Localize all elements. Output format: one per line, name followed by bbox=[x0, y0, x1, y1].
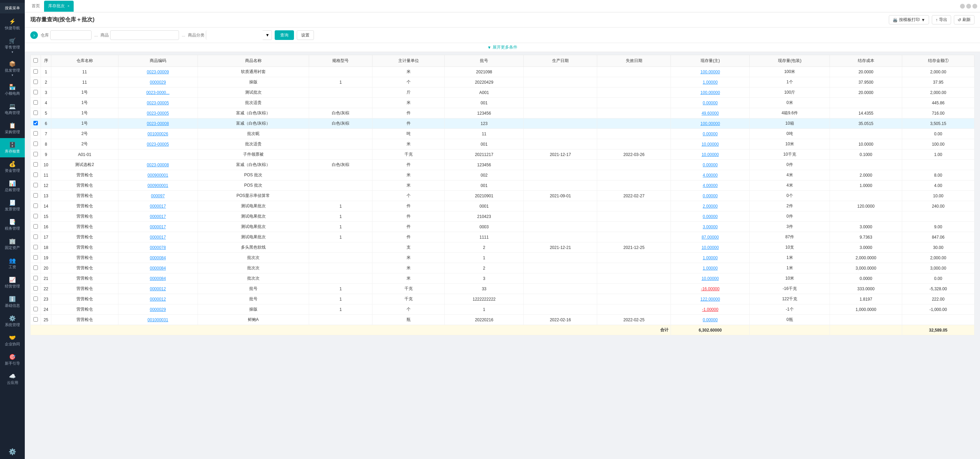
sidebar-item-guide[interactable]: 🎯 新手引导 bbox=[0, 350, 25, 370]
row-code[interactable]: 0000017 bbox=[118, 232, 197, 242]
row-select-checkbox[interactable] bbox=[33, 90, 38, 94]
row-qty-main[interactable]: 10.00000 bbox=[671, 150, 750, 160]
product-input[interactable] bbox=[110, 30, 179, 40]
row-code[interactable]: 001000031 bbox=[118, 315, 197, 325]
row-checkbox[interactable] bbox=[31, 294, 41, 304]
row-checkbox[interactable] bbox=[31, 273, 41, 284]
category-dropdown-icon[interactable]: ▼ bbox=[263, 33, 272, 38]
row-qty-main[interactable]: 10.00000 bbox=[671, 139, 750, 150]
row-qty-main[interactable]: 0.00000 bbox=[671, 160, 750, 170]
row-select-checkbox[interactable] bbox=[33, 183, 38, 187]
row-qty-main[interactable]: 10.00000 bbox=[671, 273, 750, 284]
row-code[interactable]: 0000017 bbox=[118, 222, 197, 232]
row-qty-main[interactable]: 0.00000 bbox=[671, 191, 750, 201]
th-qty-main[interactable]: 现存量(主) bbox=[671, 55, 750, 67]
row-checkbox[interactable] bbox=[31, 88, 41, 98]
row-qty-main[interactable]: 0.00000 bbox=[671, 315, 750, 325]
settings-icon[interactable]: ⚙️ bbox=[0, 445, 25, 459]
row-select-checkbox[interactable] bbox=[33, 193, 38, 198]
row-select-checkbox[interactable] bbox=[33, 142, 38, 146]
sidebar-item-mini-shop[interactable]: 🏪 小额电商 bbox=[0, 80, 25, 99]
row-select-checkbox[interactable] bbox=[33, 255, 38, 260]
row-code[interactable]: 0000084 bbox=[118, 263, 197, 273]
row-checkbox[interactable] bbox=[31, 284, 41, 294]
row-checkbox[interactable] bbox=[31, 212, 41, 222]
row-checkbox[interactable] bbox=[31, 129, 41, 139]
tab-close-icon[interactable]: × bbox=[67, 4, 70, 8]
sidebar-item-asset[interactable]: 💰 资金管理 bbox=[0, 157, 25, 177]
sidebar-item-labor[interactable]: 👥 工资 bbox=[0, 254, 25, 273]
row-select-checkbox[interactable] bbox=[33, 266, 38, 270]
row-select-checkbox[interactable] bbox=[33, 204, 38, 208]
row-checkbox[interactable] bbox=[31, 315, 41, 325]
category-input[interactable] bbox=[206, 30, 263, 40]
sidebar-item-wholesale[interactable]: 📦 批发管理 ▼ bbox=[0, 57, 25, 80]
row-select-checkbox[interactable] bbox=[33, 307, 38, 311]
sidebar-item-basic[interactable]: ℹ️ 基础信息 bbox=[0, 292, 25, 312]
row-checkbox[interactable] bbox=[31, 108, 41, 118]
row-checkbox[interactable] bbox=[31, 77, 41, 88]
row-qty-main[interactable]: 87.00000 bbox=[671, 232, 750, 242]
row-qty-main[interactable]: 3.00000 bbox=[671, 222, 750, 232]
row-qty-main[interactable]: 122.00000 bbox=[671, 294, 750, 304]
row-qty-main[interactable]: 1.00000 bbox=[671, 263, 750, 273]
row-code[interactable]: 0023-00005 bbox=[118, 108, 197, 118]
row-code[interactable]: 0000084 bbox=[118, 273, 197, 284]
row-code[interactable]: 001000026 bbox=[118, 129, 197, 139]
row-code[interactable]: 0000017 bbox=[118, 212, 197, 222]
sidebar-search[interactable]: 搜索菜单 bbox=[0, 3, 25, 13]
th-name[interactable]: 商品名称 bbox=[197, 55, 309, 67]
row-code[interactable]: 0000084 bbox=[118, 253, 197, 263]
th-cost[interactable]: 结存成本 bbox=[830, 55, 902, 67]
row-checkbox[interactable] bbox=[31, 118, 41, 129]
th-spec[interactable]: 规格型号 bbox=[309, 55, 372, 67]
th-amount[interactable]: 结存金额① bbox=[902, 55, 975, 67]
row-code[interactable]: 0000012 bbox=[118, 294, 197, 304]
row-code[interactable]: 000900001 bbox=[118, 180, 197, 191]
th-code[interactable]: 商品编码 bbox=[118, 55, 197, 67]
sidebar-item-tax[interactable]: 📑 税务管理 bbox=[0, 215, 25, 234]
sidebar-item-sales[interactable]: 🛒 零售管理 ▼ bbox=[0, 34, 25, 57]
row-code[interactable]: 0000029 bbox=[118, 77, 197, 88]
row-checkbox[interactable] bbox=[31, 98, 41, 108]
row-select-checkbox[interactable] bbox=[33, 234, 38, 239]
sidebar-item-sys[interactable]: ⚙️ 系统管理 bbox=[0, 312, 25, 331]
row-qty-main[interactable]: 0.00000 bbox=[671, 98, 750, 108]
row-checkbox[interactable] bbox=[31, 242, 41, 253]
sidebar-item-general[interactable]: 📊 总账管理 bbox=[0, 177, 25, 196]
row-qty-main[interactable]: 1.00000 bbox=[671, 253, 750, 263]
th-checkbox[interactable] bbox=[31, 55, 41, 67]
close-window-icon[interactable] bbox=[972, 4, 977, 9]
sidebar-item-invoice[interactable]: 🧾 发票管理 bbox=[0, 196, 25, 215]
row-qty-main[interactable]: 1.00000 bbox=[671, 77, 750, 88]
row-select-checkbox[interactable] bbox=[33, 245, 38, 249]
row-qty-main[interactable]: 2.00000 bbox=[671, 201, 750, 212]
row-code[interactable] bbox=[118, 150, 197, 160]
row-select-checkbox[interactable] bbox=[33, 131, 38, 135]
export-button[interactable]: ↑ 导出 bbox=[932, 15, 951, 24]
th-prod-date[interactable]: 生产日期 bbox=[523, 55, 597, 67]
row-checkbox[interactable] bbox=[31, 67, 41, 77]
row-checkbox[interactable] bbox=[31, 263, 41, 273]
tab-home[interactable]: 首页 bbox=[27, 1, 44, 12]
row-qty-main[interactable]: 49.60000 bbox=[671, 108, 750, 118]
th-unit[interactable]: 主计量单位 bbox=[372, 55, 445, 67]
row-checkbox[interactable] bbox=[31, 160, 41, 170]
row-qty-main[interactable]: 100.00000 bbox=[671, 118, 750, 129]
row-checkbox[interactable] bbox=[31, 222, 41, 232]
row-qty-main[interactable]: 100.00000 bbox=[671, 67, 750, 77]
sidebar-item-quick-nav[interactable]: ⚡ 快捷导航 bbox=[0, 15, 25, 34]
select-all-checkbox[interactable] bbox=[33, 58, 38, 63]
print-button[interactable]: 🖨️ 按模板打印 ▼ bbox=[889, 15, 929, 24]
maximize-icon[interactable] bbox=[966, 4, 971, 9]
row-qty-main[interactable]: -1.00000 bbox=[671, 304, 750, 315]
row-select-checkbox[interactable] bbox=[33, 121, 38, 125]
row-code[interactable]: 0023-0000... bbox=[118, 88, 197, 98]
row-checkbox[interactable] bbox=[31, 170, 41, 180]
row-checkbox[interactable] bbox=[31, 304, 41, 315]
row-code[interactable]: 0000078 bbox=[118, 242, 197, 253]
row-select-checkbox[interactable] bbox=[33, 214, 38, 218]
th-batch[interactable]: 批号 bbox=[445, 55, 523, 67]
row-code[interactable]: 0023-00008 bbox=[118, 118, 197, 129]
sidebar-item-fixed-asset[interactable]: 🏢 固定资产 bbox=[0, 234, 25, 254]
